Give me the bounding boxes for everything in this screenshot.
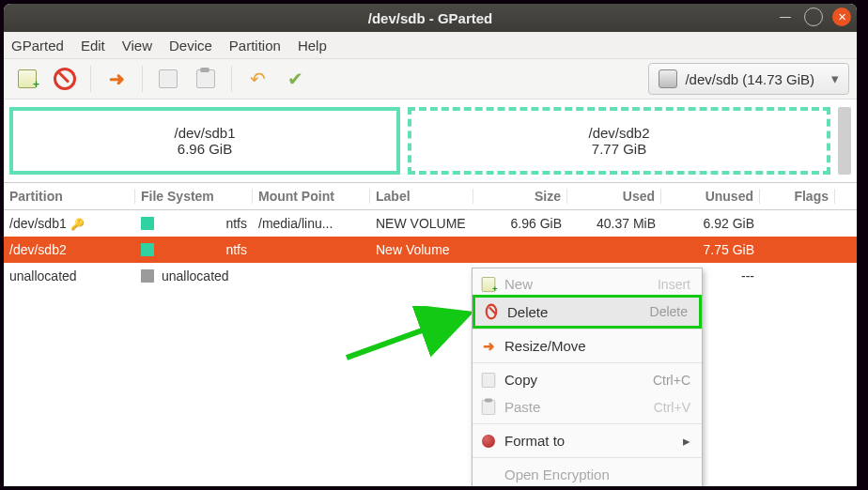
toolbar-undo-button[interactable]: ↶ bbox=[241, 63, 273, 95]
partition-graph: /dev/sdb1 6.96 GiB /dev/sdb2 7.77 GiB bbox=[4, 100, 857, 182]
col-used[interactable]: Used bbox=[567, 189, 661, 204]
partition-context-menu: New Insert Delete Delete ➜ Resize/Move C… bbox=[472, 268, 703, 486]
ctx-delete[interactable]: Delete Delete bbox=[473, 295, 702, 329]
disk-icon bbox=[659, 69, 677, 88]
ctx-label: Delete bbox=[507, 304, 548, 320]
cell-unused: 6.92 GiB bbox=[661, 216, 760, 231]
copy-icon bbox=[159, 69, 178, 88]
ctx-format-to[interactable]: Format to ▸ bbox=[473, 427, 702, 454]
ctx-label: Resize/Move bbox=[504, 338, 586, 354]
ctx-paste: Paste Ctrl+V bbox=[473, 393, 702, 421]
ctx-accel: Ctrl+C bbox=[653, 373, 690, 388]
gparted-window: /dev/sdb - GParted GParted Edit View Dev… bbox=[4, 4, 857, 486]
toolbar-delete-button[interactable] bbox=[49, 63, 81, 95]
table-row-selected[interactable]: /dev/sdb2 ntfs New Volume 7.75 GiB bbox=[4, 237, 857, 263]
window-minimize-button[interactable] bbox=[776, 8, 795, 26]
fs-color-swatch bbox=[141, 217, 154, 230]
menu-partition[interactable]: Partition bbox=[229, 38, 281, 54]
toolbar-resize-button[interactable]: ➜ bbox=[101, 63, 132, 95]
format-icon bbox=[480, 433, 497, 450]
toolbar-separator bbox=[142, 66, 143, 92]
partition-graph-name: /dev/sdb2 bbox=[588, 125, 649, 141]
device-selector-label: /dev/sdb (14.73 GiB) bbox=[685, 71, 814, 87]
menu-view[interactable]: View bbox=[122, 38, 152, 54]
window-close-button[interactable] bbox=[832, 8, 851, 26]
ctx-new: New Insert bbox=[473, 270, 702, 298]
col-label[interactable]: Label bbox=[370, 189, 473, 204]
toolbar-apply-button[interactable]: ✔ bbox=[279, 63, 311, 95]
cell-label: NEW VOLUME bbox=[370, 216, 473, 231]
ctx-label: Copy bbox=[504, 372, 537, 388]
ctx-accel: Delete bbox=[650, 304, 688, 319]
table-row[interactable]: unallocated unallocated --- bbox=[4, 263, 857, 289]
col-filesystem[interactable]: File System bbox=[135, 189, 253, 204]
blank-icon bbox=[480, 467, 497, 483]
cell-partition: unallocated bbox=[4, 268, 135, 283]
col-size[interactable]: Size bbox=[473, 189, 567, 204]
menu-separator bbox=[473, 423, 702, 424]
ctx-open-encryption: Open Encryption bbox=[473, 461, 702, 486]
cell-label: New Volume bbox=[370, 242, 473, 257]
window-title: /dev/sdb - GParted bbox=[368, 10, 493, 26]
undo-icon: ↶ bbox=[250, 68, 266, 90]
ctx-label: Paste bbox=[504, 399, 540, 415]
cell-partition: /dev/sdb2 bbox=[4, 242, 135, 257]
cell-size: 6.96 GiB bbox=[473, 216, 567, 231]
toolbar-separator bbox=[231, 66, 232, 92]
partition-graph-sdb1[interactable]: /dev/sdb1 6.96 GiB bbox=[9, 107, 400, 175]
col-partition[interactable]: Partition bbox=[4, 189, 135, 204]
cell-used: 40.37 MiB bbox=[567, 216, 661, 231]
menu-gparted[interactable]: GParted bbox=[11, 38, 64, 54]
fs-color-swatch bbox=[141, 269, 154, 283]
delete-icon bbox=[483, 303, 500, 320]
ctx-resize[interactable]: ➜ Resize/Move bbox=[473, 332, 702, 360]
col-flags[interactable]: Flags bbox=[760, 189, 835, 204]
partition-graph-name: /dev/sdb1 bbox=[174, 125, 235, 141]
chevron-down-icon: ▾ bbox=[831, 70, 839, 87]
menu-help[interactable]: Help bbox=[298, 38, 327, 54]
partition-graph-sdb2[interactable]: /dev/sdb2 7.77 GiB bbox=[408, 107, 830, 175]
menu-edit[interactable]: Edit bbox=[81, 38, 105, 54]
titlebar: /dev/sdb - GParted bbox=[4, 4, 857, 32]
menubar: GParted Edit View Device Partition Help bbox=[4, 32, 857, 59]
fs-color-swatch bbox=[141, 243, 154, 256]
menu-device[interactable]: Device bbox=[169, 38, 212, 54]
copy-icon bbox=[480, 372, 497, 389]
resize-icon: ➜ bbox=[109, 68, 125, 90]
document-new-icon bbox=[480, 276, 497, 293]
ctx-accel: Ctrl+V bbox=[654, 400, 690, 415]
paste-icon bbox=[196, 69, 215, 88]
toolbar: ➜ ↶ ✔ /dev/sdb (14.73 GiB) ▾ bbox=[4, 59, 857, 100]
ctx-accel: Insert bbox=[658, 277, 690, 292]
toolbar-new-button[interactable] bbox=[11, 63, 43, 95]
window-maximize-button[interactable] bbox=[804, 8, 823, 26]
cell-partition: /dev/sdb1🔑 bbox=[4, 216, 135, 231]
menu-separator bbox=[473, 362, 702, 363]
device-selector[interactable]: /dev/sdb (14.73 GiB) ▾ bbox=[648, 63, 849, 95]
col-unused[interactable]: Unused bbox=[661, 189, 760, 204]
cell-mountpoint: /media/linu... bbox=[253, 216, 370, 231]
ctx-copy[interactable]: Copy Ctrl+C bbox=[473, 366, 702, 393]
graph-scrollbar[interactable] bbox=[838, 107, 851, 175]
ctx-label: New bbox=[504, 276, 533, 292]
table-row[interactable]: /dev/sdb1🔑 ntfs /media/linu... NEW VOLUM… bbox=[4, 210, 857, 237]
table-header: Partition File System Mount Point Label … bbox=[4, 182, 857, 210]
toolbar-paste-button[interactable] bbox=[190, 63, 222, 95]
resize-icon: ➜ bbox=[480, 338, 497, 355]
key-icon: 🔑 bbox=[70, 218, 85, 231]
apply-icon: ✔ bbox=[287, 68, 303, 90]
ctx-label: Format to bbox=[504, 433, 565, 449]
document-new-icon bbox=[18, 69, 37, 88]
cell-filesystem: unallocated bbox=[135, 268, 253, 283]
menu-separator bbox=[473, 329, 702, 329]
toolbar-copy-button[interactable] bbox=[152, 63, 184, 95]
menu-separator bbox=[473, 457, 702, 458]
svg-line-0 bbox=[347, 314, 469, 358]
toolbar-separator bbox=[90, 66, 91, 92]
cell-filesystem: ntfs bbox=[135, 242, 253, 257]
ctx-label: Open Encryption bbox=[504, 467, 610, 482]
partition-table: Partition File System Mount Point Label … bbox=[4, 182, 857, 289]
partition-graph-size: 6.96 GiB bbox=[178, 141, 232, 157]
cell-filesystem: ntfs bbox=[135, 216, 253, 231]
col-mountpoint[interactable]: Mount Point bbox=[253, 189, 370, 204]
